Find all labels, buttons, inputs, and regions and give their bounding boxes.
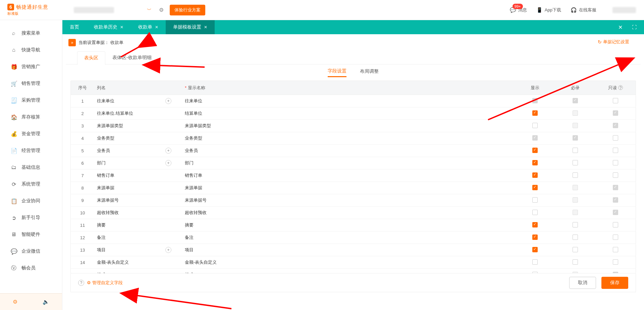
checkbox[interactable]	[573, 259, 578, 265]
row-display-name[interactable]: 来源单据	[178, 185, 515, 191]
checkbox[interactable]	[613, 247, 618, 252]
sidebar-item-1[interactable]: ⌂快捷导航	[0, 42, 62, 58]
checkbox[interactable]	[532, 160, 538, 165]
checkbox[interactable]	[613, 135, 618, 141]
sub-tab-0[interactable]: 字段设置	[328, 68, 346, 77]
add-sub-icon[interactable]: +	[165, 98, 171, 104]
checkbox[interactable]	[613, 98, 618, 103]
manage-custom-fields-link[interactable]: ⚙ 管理自定义字段	[87, 280, 123, 286]
checkbox[interactable]	[532, 272, 538, 273]
checkbox[interactable]	[532, 235, 538, 240]
cancel-button[interactable]: 取消	[569, 277, 596, 289]
row-display-name[interactable]: 金额-表头自定义	[178, 259, 515, 265]
row-display-name[interactable]: 备注	[178, 235, 515, 241]
user-menu[interactable]	[606, 5, 636, 15]
row-display-name[interactable]: 项目	[178, 247, 515, 253]
checkbox[interactable]	[532, 172, 538, 178]
tab-1[interactable]: 收款单历史✕	[87, 20, 131, 34]
sidebar-item-9[interactable]: ⟳系统管理	[0, 176, 62, 193]
row-display-name[interactable]: 摘要	[178, 222, 515, 228]
row-display-name[interactable]: 部门	[178, 160, 515, 166]
checkbox[interactable]	[573, 247, 578, 252]
checkbox[interactable]	[532, 210, 538, 215]
sound-icon[interactable]: 🔈	[43, 299, 49, 305]
sidebar-item-10[interactable]: 📋企业协同	[0, 193, 62, 209]
row-display-name[interactable]: 往来单位	[178, 98, 515, 104]
save-button[interactable]: 保存	[601, 277, 628, 289]
tenant-selector[interactable]: ﹀	[72, 5, 153, 15]
row-display-name[interactable]: 来源单据号	[178, 197, 515, 203]
sidebar-item-6[interactable]: 💰资金管理	[0, 125, 62, 142]
checkbox[interactable]	[613, 148, 618, 153]
sidebar-item-5[interactable]: 🏠库存核算	[0, 109, 62, 125]
table-row: 2往来单位.结算单位结算单位	[71, 107, 636, 120]
close-icon[interactable]: ✕	[204, 25, 207, 30]
messages-link[interactable]: 99+ 💬 消息	[510, 7, 527, 13]
close-icon[interactable]: ✕	[155, 25, 158, 30]
checkbox[interactable]	[532, 185, 538, 190]
tab-3[interactable]: 单据模板设置✕	[166, 20, 215, 34]
gear-icon[interactable]: ⚙	[159, 7, 164, 13]
row-show	[515, 135, 555, 142]
checkbox[interactable]	[532, 222, 538, 227]
row-display-name[interactable]: 提成1	[178, 272, 515, 273]
area-tab-0[interactable]: 表头区	[77, 51, 105, 65]
customer-service-link[interactable]: 🎧 在线客服	[571, 7, 596, 13]
checkbox[interactable]	[613, 235, 618, 240]
tab-2[interactable]: 收款单✕	[131, 20, 166, 34]
try-plan-button[interactable]: 体验行业方案	[170, 5, 205, 15]
sidebar-item-14[interactable]: Ⓥ畅会员	[0, 260, 62, 276]
sidebar-item-2[interactable]: 🎁营销推广	[0, 58, 62, 75]
fullscreen-icon[interactable]: ⛶	[627, 20, 641, 34]
checkbox[interactable]	[573, 148, 578, 153]
memory-settings-link[interactable]: ↻ 单据记忆设置	[598, 39, 629, 45]
row-required	[555, 272, 595, 273]
add-sub-icon[interactable]: +	[165, 247, 171, 253]
row-display-name[interactable]: 业务员	[178, 148, 515, 154]
row-display-name[interactable]: 超收转预收	[178, 210, 515, 216]
sidebar-item-0[interactable]: ⌕搜索菜单	[0, 25, 62, 42]
checkbox[interactable]	[532, 148, 538, 153]
area-tab-1[interactable]: 表体区-收款单明细	[105, 51, 159, 64]
question-icon[interactable]: ?	[78, 280, 84, 286]
sidebar-item-11[interactable]: ➲新手引导	[0, 209, 62, 226]
checkbox[interactable]	[573, 222, 578, 227]
checkbox[interactable]	[532, 123, 538, 128]
checkbox[interactable]	[573, 160, 578, 165]
close-all-tabs-button[interactable]: ✕	[613, 20, 627, 34]
sidebar-item-12[interactable]: 🖥智能硬件	[0, 226, 62, 243]
app-download-link[interactable]: 📱 App下载	[536, 7, 561, 13]
checkbox[interactable]	[613, 172, 618, 178]
chevron-down-icon: ﹀	[147, 7, 152, 13]
close-icon[interactable]: ✕	[120, 25, 123, 30]
checkbox[interactable]	[573, 172, 578, 178]
add-sub-icon[interactable]: +	[165, 148, 171, 154]
tab-0[interactable]: 首页	[62, 20, 87, 34]
row-display-name[interactable]: 业务类型	[178, 135, 515, 141]
add-sub-icon[interactable]: +	[165, 160, 171, 166]
sidebar-item-3[interactable]: 🛒销售管理	[0, 75, 62, 92]
row-display-name[interactable]: 销售订单	[178, 172, 515, 178]
row-column-name: 摘要	[94, 222, 178, 228]
help-icon[interactable]: ?	[618, 85, 623, 90]
checkbox[interactable]	[532, 247, 538, 252]
checkbox[interactable]	[532, 259, 538, 265]
settings-icon[interactable]: ⚙	[13, 299, 17, 305]
row-display-name[interactable]: 结算单位	[178, 110, 515, 116]
row-required	[555, 185, 595, 191]
checkbox[interactable]	[613, 259, 618, 265]
checkbox[interactable]	[613, 222, 618, 227]
checkbox[interactable]	[532, 197, 538, 203]
sidebar-item-8[interactable]: 🗂基础信息	[0, 159, 62, 176]
checkbox[interactable]	[613, 160, 618, 165]
sub-tab-1[interactable]: 布局调整	[360, 68, 379, 76]
sidebar-item-7[interactable]: 📄经营管理	[0, 142, 62, 159]
checkbox[interactable]	[532, 110, 538, 116]
expand-panel-icon[interactable]: »	[68, 39, 76, 46]
sidebar-item-13[interactable]: 💬企业微信	[0, 243, 62, 260]
topbar: 6 畅捷通好生意 标准版 ﹀ ⚙ 体验行业方案 99+ 💬 消息 📱 App下载…	[0, 0, 644, 20]
sidebar-item-4[interactable]: 🧾采购管理	[0, 92, 62, 109]
checkbox[interactable]	[573, 235, 578, 240]
logo-area: 6 畅捷通好生意 标准版	[0, 4, 62, 16]
row-display-name[interactable]: 来源单据类型	[178, 123, 515, 129]
